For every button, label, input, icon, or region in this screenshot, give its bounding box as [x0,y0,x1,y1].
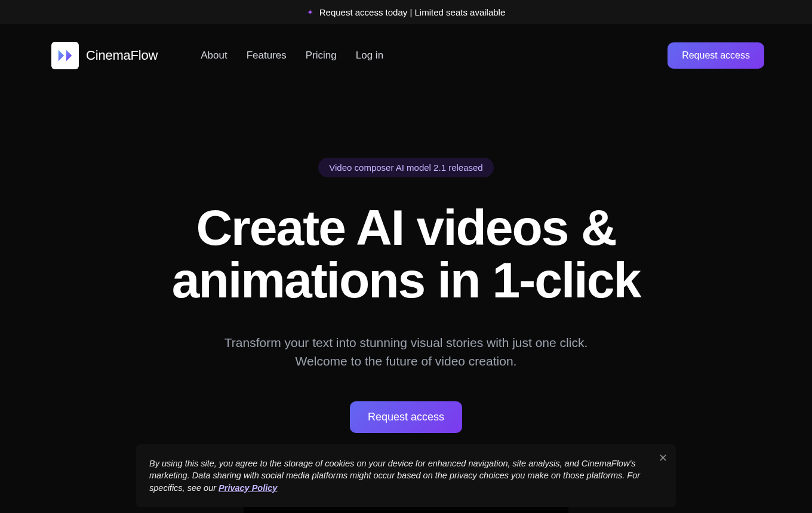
hero-headline: Create AI videos & animations in 1-click [24,201,788,306]
main-nav: About Features Pricing Log in [201,50,383,62]
brand-name: CinemaFlow [86,48,158,63]
brand-logo[interactable]: CinemaFlow [51,42,158,69]
logo-mark-icon [51,42,79,69]
announcement-text: Request access today | Limited seats ava… [319,7,506,17]
nav-features[interactable]: Features [247,50,287,62]
site-header: CinemaFlow About Features Pricing Log in… [0,24,812,87]
nav-about[interactable]: About [201,50,227,62]
request-access-header-button[interactable]: Request access [668,42,764,69]
nav-pricing[interactable]: Pricing [306,50,337,62]
nav-login[interactable]: Log in [356,50,383,62]
request-access-hero-button[interactable]: Request access [350,401,462,433]
privacy-policy-link[interactable]: Privacy Policy [219,483,277,493]
announcement-banner[interactable]: ✦ Request access today | Limited seats a… [0,0,812,24]
sparkle-icon: ✦ [307,8,313,17]
hero-subtext: Transform your text into stunning visual… [24,334,788,370]
release-pill[interactable]: Video composer AI model 2.1 released [318,158,493,177]
close-icon[interactable]: ✕ [659,453,668,463]
cookie-consent-banner: ✕ By using this site, you agree to the s… [136,444,676,507]
